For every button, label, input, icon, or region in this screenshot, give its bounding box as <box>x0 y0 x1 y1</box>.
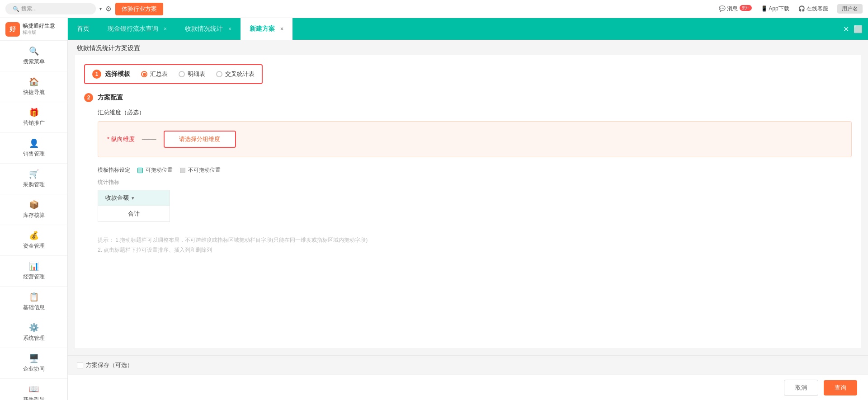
sidebar-nav: 🔍 搜索菜单 🏠 快捷导航 🎁 营销推广 👤 销售管理 🛒 采购管理 📦 <box>0 41 67 400</box>
tab-cashflow[interactable]: 现金银行流水查询 × <box>99 18 176 40</box>
indicators-header: 模板指标设定 可拖动位置 不可拖动位置 <box>98 166 852 174</box>
gear-icon[interactable]: ⚙ <box>105 5 112 13</box>
guide-icon: 📖 <box>29 384 39 394</box>
sidebar-item-purchase[interactable]: 🛒 采购管理 <box>0 164 67 194</box>
indicator-column-label: 收款金额 <box>105 194 129 202</box>
sidebar-item-quicknav[interactable]: 🏠 快捷导航 <box>0 71 67 102</box>
indicator-table: 收款金额 ▾ 合计 <box>98 190 170 222</box>
sidebar-item-guide[interactable]: 📖 新手引导 <box>0 379 67 400</box>
tip-title: 提示： 1.拖动标题栏可以调整布局，不可跨维度或指标区域拖动栏目字段(只能在同一… <box>98 235 852 245</box>
tab-bar: 首页 现金银行流水查询 × 收款情况统计 × 新建方案 × ✕ ⬜ <box>68 18 868 40</box>
legend-draggable-label: 可拖动位置 <box>146 166 173 174</box>
dimension-placeholder[interactable]: 请选择分组维度 <box>164 131 236 148</box>
dropdown-arrow-icon[interactable]: ▾ <box>99 6 102 11</box>
step2-title: 方案配置 <box>98 94 123 102</box>
radio-summary[interactable]: 汇总表 <box>141 70 168 78</box>
step2-num: 2 <box>84 93 93 102</box>
system-icon: ⚙️ <box>29 323 39 333</box>
tab-close-all-icon[interactable]: ✕ <box>843 25 849 33</box>
radio-circle-detail <box>179 71 185 77</box>
tab-collection[interactable]: 收款情况统计 × <box>176 18 241 40</box>
radio-cross[interactable]: 交叉统计表 <box>216 70 255 78</box>
trial-button[interactable]: 体验行业方案 <box>115 3 163 15</box>
save-option[interactable]: 方案保存（可选） <box>77 361 133 369</box>
step2-header: 2 方案配置 <box>84 93 852 102</box>
cart-icon: 🛒 <box>29 169 39 179</box>
legend-non-draggable: 不可拖动位置 <box>180 166 221 174</box>
sidebar-item-operations[interactable]: 📊 经营管理 <box>0 256 67 287</box>
save-checkbox[interactable] <box>77 362 83 368</box>
tab-collection-label: 收款情况统计 <box>185 25 223 33</box>
sidebar-item-label: 搜索菜单 <box>23 58 45 66</box>
radio-detail-label: 明细表 <box>188 70 205 78</box>
tab-collection-close[interactable]: × <box>228 26 231 32</box>
step1-title: 选择模板 <box>105 70 130 78</box>
sidebar-item-sales[interactable]: 👤 销售管理 <box>0 133 67 164</box>
sidebar-item-system[interactable]: ⚙️ 系统管理 <box>0 317 67 348</box>
main-card: 1 选择模板 汇总表 明细表 <box>75 55 861 348</box>
sidebar-item-basic-info[interactable]: 📋 基础信息 <box>0 287 67 317</box>
non-draggable-dot <box>180 168 185 173</box>
sidebar-item-label: 系统管理 <box>23 334 45 342</box>
notification-area[interactable]: 💬 消息 99+ <box>719 5 752 13</box>
content-area: 收款情况统计方案设置 1 选择模板 汇 <box>68 40 868 375</box>
tab-new-plan-label: 新建方案 <box>250 25 275 33</box>
online-support[interactable]: 🎧 在线客服 <box>798 5 828 13</box>
radio-circle-summary <box>141 71 147 77</box>
sidebar-item-label: 新手引导 <box>23 396 45 400</box>
indicators-category-label: 统计指标 <box>98 179 852 186</box>
sidebar-item-label: 基础信息 <box>23 304 45 311</box>
app-download[interactable]: 📱 App下载 <box>761 5 789 13</box>
sidebar-item-label: 快捷导航 <box>23 89 45 96</box>
tab-cashflow-close[interactable]: × <box>164 26 167 32</box>
user-avatar[interactable]: 用户名 <box>837 4 863 14</box>
indicator-header[interactable]: 收款金额 ▾ <box>98 190 170 206</box>
dimension-arrow-icon: —— <box>142 135 156 143</box>
search-bar[interactable]: 🔍 搜索... <box>5 3 96 14</box>
notification-label: 消息 <box>727 5 738 12</box>
sidebar-item-label: 销售管理 <box>23 150 45 158</box>
radio-circle-cross <box>216 71 222 77</box>
tab-new-plan-close[interactable]: × <box>280 26 283 32</box>
info-icon: 📋 <box>29 292 39 302</box>
notification-badge: 99+ <box>740 5 752 11</box>
sidebar-item-inventory[interactable]: 📦 库存核算 <box>0 194 67 225</box>
sidebar-item-marketing[interactable]: 🎁 营销推广 <box>0 102 67 133</box>
tab-maximize-icon[interactable]: ⬜ <box>854 25 863 33</box>
step2-section: 2 方案配置 汇总维度（必选） * 纵向维度 —— 请选择分组维度 <box>84 93 852 259</box>
top-header: 🔍 搜索... ▾ ⚙ 体验行业方案 💬 消息 99+ 📱 App下载 🎧 在线… <box>0 0 868 18</box>
tab-new-plan[interactable]: 新建方案 × <box>241 18 292 40</box>
indicators-title: 模板指标设定 <box>98 166 130 174</box>
tips-section: 提示： 1.拖动标题栏可以调整布局，不可跨维度或指标区域拖动栏目字段(只能在同一… <box>98 231 852 259</box>
dimension-row-label: * 纵向维度 <box>107 135 135 143</box>
sidebar-item-label: 经营管理 <box>23 273 45 281</box>
header-right: 💬 消息 99+ 📱 App下载 🎧 在线客服 用户名 <box>719 4 863 14</box>
radio-detail[interactable]: 明细表 <box>179 70 205 78</box>
footer-buttons: 取消 查询 <box>68 375 868 400</box>
template-radio-group: 汇总表 明细表 交叉统计表 <box>141 70 255 78</box>
tab-home[interactable]: 首页 <box>68 18 99 40</box>
tip1-text: 1.拖动标题栏可以调整布局，不可跨维度或指标区域拖动栏目字段(只能在同一维度或指… <box>115 237 368 243</box>
sales-icon: 👤 <box>29 138 39 148</box>
tip2-text: 2. 点击标题栏下拉可设置排序、插入列和删除列 <box>98 245 852 255</box>
dimension-row: * 纵向维度 —— 请选择分组维度 <box>107 131 842 148</box>
gift-icon: 🎁 <box>29 108 39 118</box>
query-button[interactable]: 查询 <box>824 380 857 395</box>
radio-cross-label: 交叉统计表 <box>225 70 255 78</box>
step1-header: 1 选择模板 汇总表 明细表 <box>84 64 852 84</box>
page-title: 收款情况统计方案设置 <box>68 40 868 55</box>
indicator-dropdown-btn[interactable]: ▾ <box>132 195 134 201</box>
sidebar-item-finance[interactable]: 💰 资金管理 <box>0 225 67 256</box>
cancel-button[interactable]: 取消 <box>784 380 818 396</box>
sidebar-item-collab[interactable]: 🖥️ 企业协同 <box>0 348 67 379</box>
indicator-total-cell: 合计 <box>98 206 170 221</box>
sidebar-item-search[interactable]: 🔍 搜索菜单 <box>0 41 67 71</box>
logo-sub: 标准版 <box>23 29 55 36</box>
sidebar: 好 畅捷通好生意 标准版 🔍 搜索菜单 🏠 快捷导航 🎁 营销推广 👤 销售管理 <box>0 18 68 400</box>
home-icon: 🏠 <box>29 77 39 87</box>
bottom-bar: 方案保存（可选） <box>68 355 868 375</box>
tab-bar-right: ✕ ⬜ <box>843 25 868 33</box>
template-selection-box: 1 选择模板 汇总表 明细表 <box>84 64 263 84</box>
step1-num: 1 <box>92 70 101 79</box>
radio-summary-label: 汇总表 <box>150 70 168 78</box>
